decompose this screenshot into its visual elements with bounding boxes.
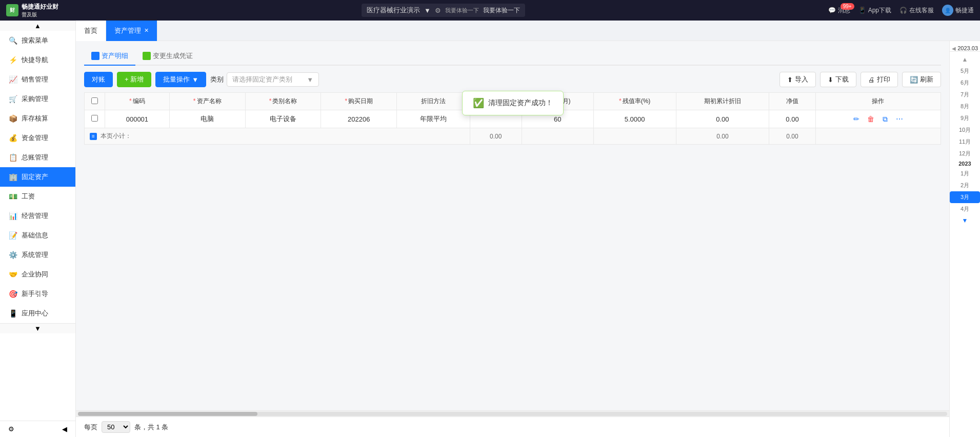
calendar-month-9[interactable]: 9月 xyxy=(950,112,980,124)
logo-icon: 财 xyxy=(6,4,18,16)
sidebar-item-label: 采购管理 xyxy=(22,94,48,104)
main-layout: ▲ 🔍 搜索菜单 ⚡ 快捷导航 📈 销售管理 🛒 采购管理 📦 库存核算 xyxy=(0,21,980,437)
row-checkbox[interactable] xyxy=(91,115,98,122)
online-service-btn[interactable]: 🎧 在线客服 xyxy=(899,6,934,15)
settings-icon[interactable]: ⚙ xyxy=(435,7,441,14)
topbar-right: 💬 消息 99+ 📱 App下载 🎧 在线客服 👤 畅捷通 xyxy=(828,5,974,16)
download-btn[interactable]: ⬇ 下载 xyxy=(820,72,856,87)
sidebar-item-corp-collab[interactable]: 🤝 企业协同 xyxy=(0,265,75,284)
calendar-month-2[interactable]: 2月 xyxy=(950,180,980,191)
sidebar-item-purchase[interactable]: 🛒 采购管理 xyxy=(0,89,75,109)
subtotal-label-cell: ≡ 本页小计： xyxy=(85,128,470,145)
th-initial-accum: 期初累计折旧 xyxy=(676,93,769,110)
td-actions: ✏ 🗑 ⧉ ⋯ xyxy=(815,110,941,128)
content-area: 首页 资产管理 ✕ 资产明细 xyxy=(76,21,980,437)
sidebar-item-quick-nav[interactable]: ⚡ 快捷导航 xyxy=(0,50,75,70)
tab-home[interactable]: 首页 xyxy=(76,21,106,41)
sidebar-collapse-btn[interactable]: ◀ xyxy=(62,425,67,433)
toggle-left-icon[interactable]: ◀ xyxy=(952,46,956,51)
td-depreciation-method: 年限平均 xyxy=(397,110,470,128)
calendar-month-3[interactable]: 3月 xyxy=(950,191,980,203)
subtotal-period xyxy=(522,128,593,145)
sub-tabs: 资产明细 变更生成凭证 xyxy=(84,47,941,66)
action-icons: ✏ 🗑 ⧉ ⋯ xyxy=(821,114,935,124)
subtab-change-voucher[interactable]: 变更生成凭证 xyxy=(135,47,200,66)
scroll-thumb[interactable] xyxy=(78,412,257,416)
filter-label: 类别 xyxy=(210,75,224,84)
topbar-left: 财 畅捷通好业财 普及版 xyxy=(6,3,58,18)
subtotal-residual xyxy=(593,128,676,145)
reconcile-btn[interactable]: 对账 xyxy=(84,72,113,87)
th-residual-rate: *残值率(%) xyxy=(593,93,676,110)
calendar-month-12[interactable]: 12月 xyxy=(950,148,980,160)
user-btn[interactable]: 👤 畅捷通 xyxy=(942,5,974,16)
delete-icon[interactable]: 🗑 xyxy=(866,114,876,124)
print-btn[interactable]: 🖨 打印 xyxy=(861,72,898,87)
calendar-month-5[interactable]: 5月 xyxy=(950,65,980,77)
sidebar-scroll-down[interactable]: ▼ xyxy=(0,323,75,333)
per-page-select[interactable]: 50 100 200 xyxy=(102,421,130,433)
download-label: 下载 xyxy=(835,75,849,84)
horizontal-scrollbar[interactable] xyxy=(76,410,949,416)
sidebar-item-search[interactable]: 🔍 搜索菜单 xyxy=(0,31,75,50)
calendar-month-6[interactable]: 6月 xyxy=(950,77,980,89)
sidebar-scroll-up[interactable]: ▲ xyxy=(0,21,75,31)
more-icon[interactable]: ⋯ xyxy=(894,114,905,124)
category-placeholder: 请选择固定资产类别 xyxy=(232,75,292,84)
sidebar-item-capital[interactable]: 💰 资金管理 xyxy=(0,128,75,148)
fixed-assets-icon: 🏢 xyxy=(8,172,17,182)
refresh-btn[interactable]: 🔄 刷新 xyxy=(902,72,941,87)
sidebar: ▲ 🔍 搜索菜单 ⚡ 快捷导航 📈 销售管理 🛒 采购管理 📦 库存核算 xyxy=(0,21,76,437)
calendar-month-1[interactable]: 1月 xyxy=(950,168,980,180)
basic-info-icon: 📝 xyxy=(8,231,17,240)
calendar-month-10[interactable]: 10月 xyxy=(950,124,980,136)
sidebar-item-basic-info[interactable]: 📝 基础信息 xyxy=(0,226,75,245)
tab-close-btn[interactable]: ✕ xyxy=(144,27,149,34)
import-btn[interactable]: ⬆ 导入 xyxy=(779,72,816,87)
scroll-track[interactable] xyxy=(78,412,947,416)
right-panel: ◀ 2023.03 ▲ 5月 6月 7月 8月 9月 10月 11月 12月 2… xyxy=(949,41,980,437)
sidebar-item-new-guide[interactable]: 🎯 新手引导 xyxy=(0,284,75,304)
subtab-asset-detail[interactable]: 资产明细 xyxy=(84,47,135,66)
batch-btn[interactable]: 批量操作 ▼ xyxy=(155,72,206,87)
sales-icon: 📈 xyxy=(8,75,17,84)
sidebar-item-inventory[interactable]: 📦 库存核算 xyxy=(0,109,75,128)
app-download-btn[interactable]: 📱 App下载 xyxy=(858,6,891,15)
sidebar-settings-icon[interactable]: ⚙ xyxy=(8,425,14,433)
sidebar-scroll: ▲ 🔍 搜索菜单 ⚡ 快捷导航 📈 销售管理 🛒 采购管理 📦 库存核算 xyxy=(0,21,75,421)
new-btn[interactable]: + 新增 xyxy=(117,72,151,87)
sidebar-item-sys-mgmt[interactable]: ⚙️ 系统管理 xyxy=(0,245,75,265)
sidebar-item-label: 固定资产 xyxy=(22,172,48,182)
company-name: 医疗器械行业演示 xyxy=(367,6,420,15)
td-code: 000001 xyxy=(105,110,170,128)
asset-detail-icon xyxy=(91,52,99,60)
quick-nav-icon: ⚡ xyxy=(8,55,17,65)
copy-icon[interactable]: ⧉ xyxy=(880,114,890,124)
select-all-checkbox[interactable] xyxy=(91,97,98,104)
import-icon: ⬆ xyxy=(787,76,793,84)
calendar-month-11[interactable]: 11月 xyxy=(950,136,980,148)
company-selector[interactable]: 医疗器械行业演示 ▼ ⚙ 我要体验一下 我要体验一下 xyxy=(362,4,525,17)
user-icon: 👤 xyxy=(942,5,953,16)
calendar-month-8[interactable]: 8月 xyxy=(950,101,980,112)
service-label: 在线客服 xyxy=(909,6,934,15)
experience-btn[interactable]: 我要体验一下 xyxy=(445,7,479,14)
sidebar-item-ledger[interactable]: 📋 总账管理 xyxy=(0,148,75,167)
calendar-scroll-up[interactable]: ▲ xyxy=(960,54,970,65)
topbar: 财 畅捷通好业财 普及版 医疗器械行业演示 ▼ ⚙ 我要体验一下 我要体验一下 … xyxy=(0,0,980,21)
sidebar-item-payroll[interactable]: 💵 工资 xyxy=(0,187,75,206)
category-select[interactable]: 请选择固定资产类别 ▼ xyxy=(227,72,319,87)
calendar-month-7[interactable]: 7月 xyxy=(950,89,980,101)
sidebar-item-sales[interactable]: 📈 销售管理 xyxy=(0,70,75,89)
sidebar-item-operations[interactable]: 📊 经营管理 xyxy=(0,206,75,226)
experience-label[interactable]: 我要体验一下 xyxy=(483,6,520,15)
subtotal-net: 0.00 xyxy=(769,128,815,145)
message-btn[interactable]: 💬 消息 99+ xyxy=(828,6,850,15)
calendar-month-4[interactable]: 4月 xyxy=(950,203,980,215)
sidebar-item-app-center[interactable]: 📱 应用中心 xyxy=(0,304,75,323)
calendar-scroll-down[interactable]: ▼ xyxy=(960,215,970,226)
tab-assets-mgmt[interactable]: 资产管理 ✕ xyxy=(106,21,157,41)
edit-icon[interactable]: ✏ xyxy=(851,114,862,124)
message-icon: 💬 xyxy=(828,7,836,14)
sidebar-item-fixed-assets[interactable]: 🏢 固定资产 xyxy=(0,167,75,187)
